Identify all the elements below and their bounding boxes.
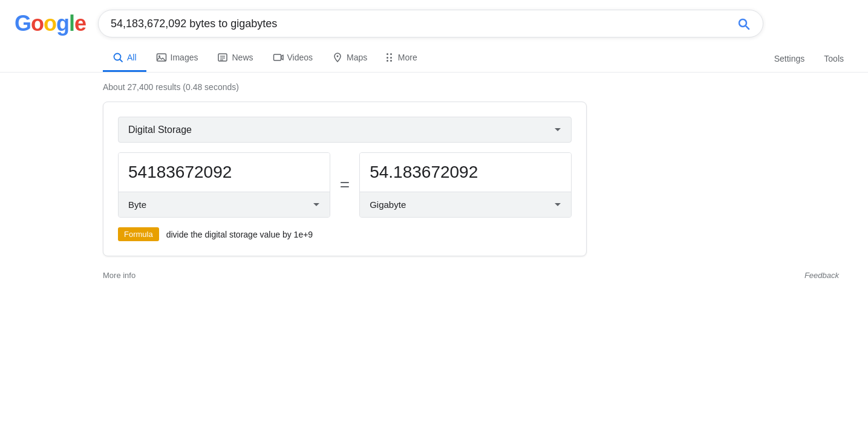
settings-link[interactable]: Settings [765, 47, 815, 71]
to-input-group: Gigabyte [359, 152, 572, 218]
search-button[interactable] [736, 16, 751, 31]
tools-link[interactable]: Tools [814, 47, 853, 71]
images-icon [156, 52, 167, 63]
formula-text: divide the digital storage value by 1e+9 [166, 230, 313, 239]
formula-badge: Formula [118, 227, 159, 241]
tab-videos[interactable]: Videos [263, 45, 323, 72]
tab-more-label: More [398, 53, 417, 62]
footer: More info Feedback [0, 261, 868, 290]
tab-images-label: Images [171, 53, 198, 62]
header: Google [0, 0, 868, 37]
feedback-link[interactable]: Feedback [804, 271, 839, 280]
svg-rect-8 [273, 54, 281, 60]
svg-point-9 [337, 56, 339, 57]
logo-g: G [15, 11, 31, 36]
converter-card: Digital Storage Byte = Gigabyte Formula … [103, 102, 587, 256]
tab-videos-label: Videos [287, 53, 313, 62]
tab-all-label: All [127, 53, 137, 62]
news-icon [217, 52, 228, 63]
more-info-link[interactable]: More info [103, 271, 135, 280]
search-bar-wrapper [98, 10, 763, 37]
to-unit-select[interactable]: Gigabyte [360, 192, 571, 217]
logo-e: e [74, 11, 86, 36]
svg-point-0 [114, 54, 121, 60]
logo-o1: o [31, 11, 44, 36]
tab-news-label: News [232, 53, 253, 62]
tab-maps-label: Maps [347, 53, 367, 62]
tab-maps[interactable]: Maps [322, 45, 377, 72]
google-logo[interactable]: Google [15, 11, 86, 36]
equals-sign: = [340, 175, 350, 195]
from-unit-select[interactable]: Byte [119, 192, 330, 217]
logo-g2: g [56, 11, 69, 36]
logo-l: l [69, 11, 74, 36]
search-icon [736, 16, 751, 31]
from-input-group: Byte [118, 152, 330, 218]
tab-all[interactable]: All [103, 45, 146, 72]
search-bar [98, 10, 763, 37]
maps-icon [332, 52, 343, 63]
results-area: About 27,400 results (0.48 seconds) Digi… [0, 73, 868, 256]
search-input[interactable] [111, 18, 729, 30]
converter-type-select[interactable]: Digital Storage [118, 117, 572, 143]
to-value-input[interactable] [360, 153, 571, 192]
svg-point-3 [158, 56, 160, 57]
tab-more[interactable]: More [377, 45, 426, 71]
converter-row: Byte = Gigabyte [118, 152, 572, 218]
logo-o2: o [44, 11, 56, 36]
formula-row: Formula divide the digital storage value… [118, 227, 572, 241]
search-nav-icon [113, 52, 123, 63]
more-dots-icon [387, 53, 392, 62]
tab-news[interactable]: News [207, 45, 263, 72]
svg-line-1 [120, 60, 123, 62]
tab-images[interactable]: Images [146, 45, 208, 72]
results-count: About 27,400 results (0.48 seconds) [103, 82, 853, 92]
nav-tabs: All Images News Videos Maps [0, 40, 868, 73]
from-value-input[interactable] [119, 153, 330, 192]
videos-icon [273, 52, 284, 63]
